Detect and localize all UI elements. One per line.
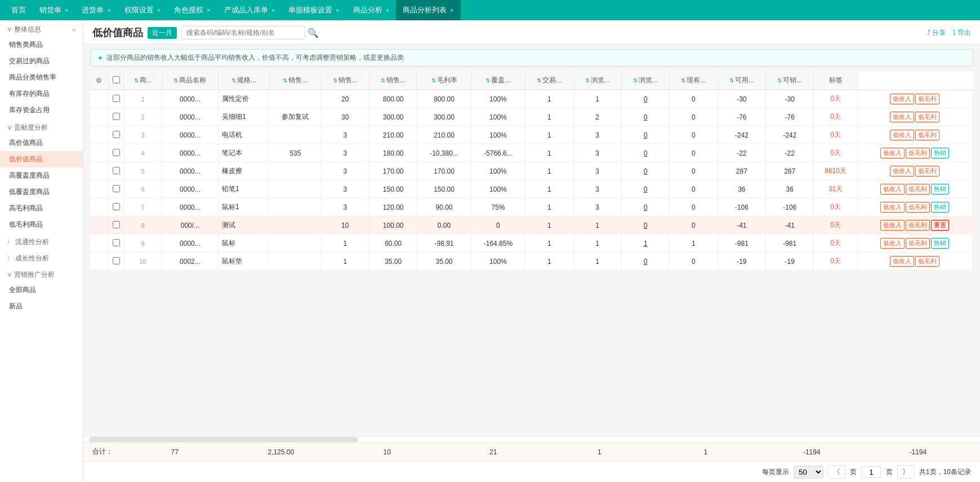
row-checkbox-cell[interactable] — [108, 90, 124, 108]
horizontal-scrollbar[interactable] — [83, 436, 980, 442]
close-icon[interactable]: × — [157, 7, 161, 14]
row-checkbox-cell[interactable] — [108, 180, 124, 198]
nav-product-analysis[interactable]: 商品分析 × — [346, 0, 396, 20]
row-checkbox-cell[interactable] — [108, 144, 124, 162]
row-checkbox[interactable] — [113, 239, 120, 246]
browse1-link[interactable]: 1 — [644, 240, 648, 247]
sidebar-item-inventory-fund[interactable]: 库存资金占用 — [0, 102, 83, 118]
row-checkbox[interactable] — [113, 167, 120, 174]
select-all-checkbox[interactable] — [113, 76, 120, 83]
nav-sales-order[interactable]: 销货单 × — [33, 0, 75, 20]
sidebar-item-low-margin[interactable]: 低毛利商品 — [0, 216, 83, 233]
row-browse1[interactable]: 1 — [621, 235, 669, 253]
row-browse1[interactable]: 0 — [621, 162, 669, 180]
row-browse1[interactable]: 0 — [621, 144, 669, 162]
nav-permissions[interactable]: 权限设置 × — [118, 0, 167, 20]
nav-roles[interactable]: 角色授权 × — [167, 0, 217, 20]
nav-template-settings[interactable]: 单据模板设置 × — [282, 0, 346, 20]
browse1-link[interactable]: 0 — [644, 185, 648, 193]
th-sales-amt1[interactable]: ⇅销售... — [321, 71, 369, 90]
th-spec[interactable]: ⇅规格... — [218, 71, 269, 90]
row-browse1[interactable]: 0 — [621, 108, 669, 126]
nav-purchase-order[interactable]: 进货单 × — [75, 0, 117, 20]
row-checkbox[interactable] — [113, 113, 120, 120]
row-checkbox[interactable] — [113, 257, 120, 264]
sidebar-item-all-products[interactable]: 全部商品 — [0, 282, 83, 298]
sidebar-item-sales-products[interactable]: 销售类商品 — [0, 37, 83, 53]
browse1-link[interactable]: 0 — [644, 222, 648, 229]
row-checkbox-cell[interactable] — [108, 162, 124, 180]
row-browse1[interactable]: 0 — [621, 126, 669, 144]
share-button[interactable]: ⤴ 分享 — [927, 28, 946, 38]
export-button[interactable]: ⤵ 导出 — [952, 28, 971, 38]
page-number-input[interactable] — [861, 466, 881, 478]
row-checkbox-cell[interactable] — [108, 126, 124, 144]
sidebar-group-growth[interactable]: 〉 成长性分析 — [0, 249, 83, 266]
table-container[interactable]: ⚙ ⇅商... ⇅商品名称 ⇅规格... ⇅销售... ⇅销售... ⇅销售..… — [90, 71, 973, 436]
next-page-button[interactable]: 〉 — [897, 465, 915, 479]
period-badge[interactable]: 近一月 — [148, 27, 177, 39]
th-settings[interactable]: ⚙ — [90, 71, 108, 90]
th-browse1[interactable]: ⇅浏览... — [573, 71, 621, 90]
row-checkbox[interactable] — [113, 95, 120, 102]
row-checkbox-cell[interactable] — [108, 108, 124, 126]
th-checkbox[interactable] — [108, 71, 124, 90]
row-checkbox[interactable] — [113, 203, 120, 210]
row-checkbox-cell[interactable] — [108, 216, 124, 235]
th-current[interactable]: ⇅现有... — [670, 71, 718, 90]
row-browse1[interactable]: 0 — [621, 198, 669, 216]
th-sales-qty[interactable]: ⇅销售... — [270, 71, 321, 90]
browse1-link[interactable]: 0 — [644, 258, 648, 266]
sidebar-item-high-value[interactable]: 高价值商品 — [0, 135, 83, 151]
browse1-link[interactable]: 0 — [644, 113, 648, 121]
nav-product-analysis-list[interactable]: 商品分析列表 × — [396, 0, 460, 20]
th-gross-rate[interactable]: ⇅毛利率 — [417, 71, 471, 90]
th-sales-amt2[interactable]: ⇅销售... — [369, 71, 417, 90]
prev-page-button[interactable]: 〈 — [828, 465, 845, 479]
row-checkbox[interactable] — [113, 131, 120, 138]
close-icon[interactable]: × — [386, 7, 389, 14]
sidebar-group-liquidity[interactable]: 〉 流通性分析 — [0, 233, 83, 249]
nav-home[interactable]: 首页 — [5, 0, 33, 20]
th-name[interactable]: ⇅商品名称 — [162, 71, 218, 90]
sidebar-item-category-sales-rate[interactable]: 商品分类销售率 — [0, 69, 83, 86]
per-page-select[interactable]: 50 100 200 — [794, 466, 823, 479]
nav-product-entry[interactable]: 产成品入库单 × — [217, 0, 282, 20]
collapse-icon[interactable]: « — [72, 26, 76, 34]
close-icon[interactable]: × — [107, 7, 110, 14]
browse1-link[interactable]: 0 — [644, 204, 648, 211]
browse1-link[interactable]: 0 — [644, 167, 648, 175]
row-checkbox-cell[interactable] — [108, 253, 124, 271]
search-icon[interactable]: 🔍 — [308, 28, 319, 38]
sidebar-item-high-margin[interactable]: 高毛利商品 — [0, 200, 83, 216]
browse1-link[interactable]: 0 — [644, 131, 648, 139]
row-checkbox[interactable] — [113, 221, 120, 228]
close-icon[interactable]: × — [271, 7, 275, 14]
browse1-link[interactable]: 0 — [644, 149, 648, 157]
search-input[interactable] — [181, 26, 305, 39]
row-browse1[interactable]: 0 — [621, 180, 669, 198]
settings-icon[interactable]: ⚙ — [96, 77, 102, 85]
close-icon[interactable]: × — [207, 7, 210, 14]
th-transactions[interactable]: ⇅交易... — [525, 71, 573, 90]
close-icon[interactable]: × — [450, 7, 453, 14]
sidebar-item-new-products[interactable]: 新品 — [0, 298, 83, 315]
sidebar-item-low-value[interactable]: 低价值商品 — [0, 151, 83, 167]
row-browse1[interactable]: 0 — [621, 253, 669, 271]
th-coverage[interactable]: ⇅覆盖... — [471, 71, 525, 90]
th-available[interactable]: ⇅可用... — [718, 71, 765, 90]
row-browse1[interactable]: 0 — [621, 90, 669, 108]
row-browse1[interactable]: 0 — [621, 216, 669, 235]
close-icon[interactable]: × — [65, 7, 68, 14]
row-checkbox[interactable] — [113, 149, 120, 156]
row-checkbox-cell[interactable] — [108, 235, 124, 253]
browse1-link[interactable]: 0 — [644, 95, 648, 103]
row-checkbox[interactable] — [113, 185, 120, 192]
th-saleable[interactable]: ⇅可销... — [766, 71, 814, 90]
sidebar-item-low-coverage[interactable]: 低覆盖度商品 — [0, 184, 83, 200]
row-checkbox-cell[interactable] — [108, 198, 124, 216]
sidebar-item-stocked-products[interactable]: 有库存的商品 — [0, 86, 83, 102]
close-icon[interactable]: × — [336, 7, 339, 14]
th-code[interactable]: ⇅商... — [124, 71, 162, 90]
th-browse2[interactable]: ⇅浏览... — [621, 71, 669, 90]
